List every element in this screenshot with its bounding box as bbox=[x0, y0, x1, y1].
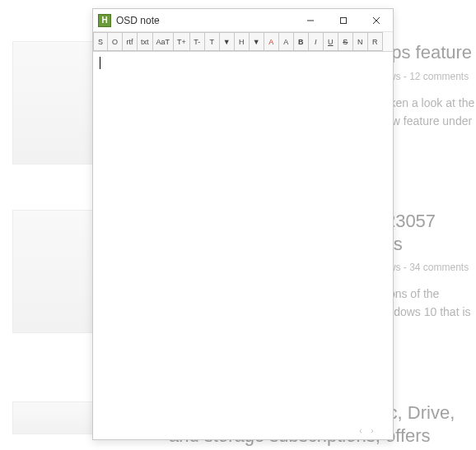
text-caret bbox=[100, 57, 100, 69]
window-title: OSD note bbox=[116, 15, 294, 26]
toolbar-open-button[interactable]: O bbox=[108, 32, 123, 51]
scroll-right-icon[interactable]: › bbox=[366, 424, 378, 436]
minimize-button[interactable] bbox=[294, 9, 327, 31]
osd-note-window: H OSD note S O rtf txt AaT T+ T- T ▼ H ▼… bbox=[92, 8, 394, 440]
window-controls bbox=[294, 9, 393, 31]
toolbar-normal-button[interactable]: N bbox=[353, 32, 368, 51]
toolbar-size-down-button[interactable]: T- bbox=[190, 32, 205, 51]
toolbar-size-up-button[interactable]: T+ bbox=[174, 32, 190, 51]
toolbar-heading-dropdown[interactable]: ▼ bbox=[250, 32, 264, 51]
toolbar-heading-button[interactable]: H bbox=[235, 32, 250, 51]
toolbar-font-button[interactable]: T bbox=[205, 32, 220, 51]
note-textarea[interactable] bbox=[93, 52, 393, 439]
toolbar-highlight-button[interactable]: A bbox=[279, 32, 294, 51]
horizontal-scroll[interactable]: ‹ › bbox=[355, 424, 378, 436]
toolbar-bold-button[interactable]: B bbox=[294, 32, 309, 51]
article-thumbnail bbox=[12, 210, 95, 333]
toolbar-underline-button[interactable]: U bbox=[324, 32, 338, 51]
toolbar-font-dropdown[interactable]: ▼ bbox=[220, 32, 235, 51]
article-thumbnail bbox=[12, 41, 95, 165]
toolbar-save-button[interactable]: S bbox=[93, 32, 108, 51]
maximize-button[interactable] bbox=[327, 9, 360, 31]
toolbar-reset-button[interactable]: R bbox=[368, 32, 383, 51]
titlebar[interactable]: H OSD note bbox=[93, 9, 393, 32]
svg-rect-1 bbox=[341, 17, 347, 23]
formatting-toolbar: S O rtf txt AaT T+ T- T ▼ H ▼ A A B I U … bbox=[93, 32, 393, 52]
scroll-left-icon[interactable]: ‹ bbox=[355, 424, 366, 436]
article-thumbnail bbox=[12, 401, 95, 434]
toolbar-italic-button[interactable]: I bbox=[309, 32, 324, 51]
toolbar-textcolor-button[interactable]: A bbox=[264, 32, 279, 51]
close-button[interactable] bbox=[360, 9, 393, 31]
toolbar-strike-button[interactable]: S bbox=[338, 32, 353, 51]
toolbar-case-button[interactable]: AaT bbox=[153, 32, 175, 51]
toolbar-txt-button[interactable]: txt bbox=[138, 32, 153, 51]
toolbar-rtf-button[interactable]: rtf bbox=[123, 32, 138, 51]
app-icon: H bbox=[98, 14, 111, 27]
